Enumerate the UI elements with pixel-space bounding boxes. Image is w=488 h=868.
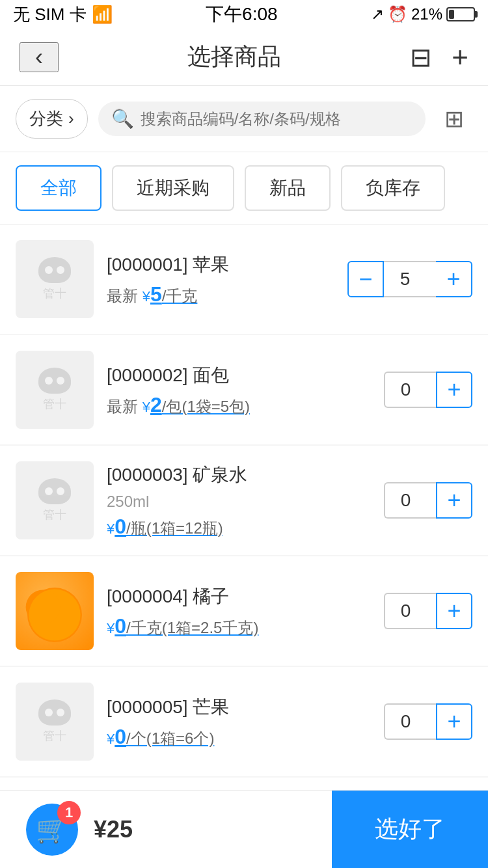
product-thumbnail: 管十 [16, 240, 94, 318]
category-label: 分类 [29, 107, 63, 130]
product-thumbnail [16, 572, 94, 650]
status-time: 下午6:08 [206, 2, 278, 27]
quantity-increase-button[interactable]: + [436, 482, 472, 519]
alarm-icon: ⏰ [388, 5, 407, 23]
quantity-input[interactable] [384, 703, 436, 740]
quantity-decrease-button[interactable]: − [347, 261, 384, 297]
category-arrow-icon: › [68, 109, 74, 129]
tab-negative-stock[interactable]: 负库存 [341, 165, 445, 211]
product-thumbnail: 管十 [16, 351, 94, 429]
status-right: ↗ ⏰ 21% [371, 5, 475, 23]
product-price: ¥0/瓶(1箱=12瓶) [107, 515, 371, 539]
quantity-increase-button[interactable]: + [436, 593, 472, 629]
product-name: [0000004] 橘子 [107, 584, 371, 609]
quantity-increase-button[interactable]: + [436, 372, 472, 408]
quantity-input[interactable] [384, 372, 436, 408]
product-thumbnail: 管十 [16, 461, 94, 539]
tab-new-products[interactable]: 新品 [245, 165, 331, 211]
bottom-bar: 🛒 1 ¥25 选好了 [0, 790, 488, 868]
placeholder-logo: 管十 [38, 368, 71, 412]
page-title: 选择商品 [187, 41, 281, 73]
quantity-control: + [384, 703, 472, 740]
quantity-increase-button[interactable]: + [436, 703, 472, 740]
quantity-input[interactable] [384, 261, 436, 297]
product-name: [0000003] 矿泉水 [107, 463, 371, 487]
add-icon[interactable]: + [452, 41, 468, 74]
confirm-button[interactable]: 选好了 [332, 791, 488, 869]
back-button[interactable]: ‹ [20, 42, 59, 72]
product-info: [0000005] 芒果 ¥0/个(1箱=6个) [107, 695, 371, 749]
category-button[interactable]: 分类 › [16, 99, 88, 139]
tab-all[interactable]: 全部 [16, 165, 102, 211]
cart-section: 🛒 1 ¥25 [0, 804, 332, 856]
scan-button[interactable]: ⊞ [436, 105, 472, 133]
placeholder-logo: 管十 [38, 257, 71, 301]
product-thumbnail: 管十 [16, 683, 94, 761]
status-bar: 无 SIM 卡 📶 下午6:08 ↗ ⏰ 21% [0, 0, 488, 29]
product-info: [0000004] 橘子 ¥0/千克(1箱=2.5千克) [107, 584, 371, 638]
quantity-control: + [384, 593, 472, 629]
status-carrier: 无 SIM 卡 📶 [13, 3, 113, 26]
carrier-text: 无 SIM 卡 [13, 3, 87, 26]
quantity-input[interactable] [384, 593, 436, 629]
quantity-input[interactable] [384, 482, 436, 519]
nav-actions: ⊟ + [410, 41, 468, 74]
cart-badge: 1 [57, 801, 81, 824]
product-info: [0000002] 面包 最新 ¥2/包(1袋=5包) [107, 363, 371, 417]
placeholder-logo: 管十 [38, 699, 71, 744]
product-price: ¥0/个(1箱=6个) [107, 725, 371, 749]
tab-recent-purchase[interactable]: 近期采购 [112, 165, 234, 211]
location-icon: ↗ [371, 5, 384, 23]
quantity-increase-button[interactable]: + [436, 261, 472, 297]
quantity-control: + [384, 372, 472, 408]
product-info: [0000001] 苹果 最新 ¥5/千克 [107, 252, 334, 306]
filter-tabs: 全部 近期采购 新品 负库存 [0, 152, 488, 224]
product-name: [0000005] 芒果 [107, 695, 371, 720]
toolbar: 分类 › 🔍 ⊞ [0, 86, 488, 152]
cart-icon-wrap[interactable]: 🛒 1 [26, 804, 78, 856]
cart-total: ¥25 [94, 816, 133, 843]
product-info: [0000003] 矿泉水 250ml ¥0/瓶(1箱=12瓶) [107, 463, 371, 539]
product-name: [0000001] 苹果 [107, 252, 334, 277]
quantity-control: − + [347, 261, 472, 297]
product-price: 最新 ¥5/千克 [107, 282, 334, 306]
list-item: 管十 [0000003] 矿泉水 250ml ¥0/瓶(1箱=12瓶) + [0, 446, 488, 555]
search-input[interactable] [141, 110, 413, 128]
list-item: 管十 [0000005] 芒果 ¥0/个(1箱=6个) + [0, 667, 488, 776]
nav-bar: ‹ 选择商品 ⊟ + [0, 29, 488, 86]
search-bar[interactable]: 🔍 [98, 102, 426, 136]
list-item: [0000004] 橘子 ¥0/千克(1箱=2.5千克) + [0, 556, 488, 666]
battery-percent: 21% [411, 5, 442, 23]
quantity-control: + [384, 482, 472, 519]
placeholder-logo: 管十 [38, 478, 71, 522]
product-spec: 250ml [107, 493, 371, 511]
search-icon: 🔍 [111, 108, 134, 129]
product-price: ¥0/千克(1箱=2.5千克) [107, 614, 371, 638]
battery-icon [446, 7, 475, 21]
product-list: 管十 [0000001] 苹果 最新 ¥5/千克 − + [0, 224, 488, 868]
filter-icon[interactable]: ⊟ [410, 42, 432, 72]
product-price: 最新 ¥2/包(1袋=5包) [107, 393, 371, 417]
list-item: 管十 [0000002] 面包 最新 ¥2/包(1袋=5包) + [0, 335, 488, 444]
list-item: 管十 [0000001] 苹果 最新 ¥5/千克 − + [0, 224, 488, 334]
product-name: [0000002] 面包 [107, 363, 371, 388]
wifi-icon: 📶 [92, 5, 113, 25]
